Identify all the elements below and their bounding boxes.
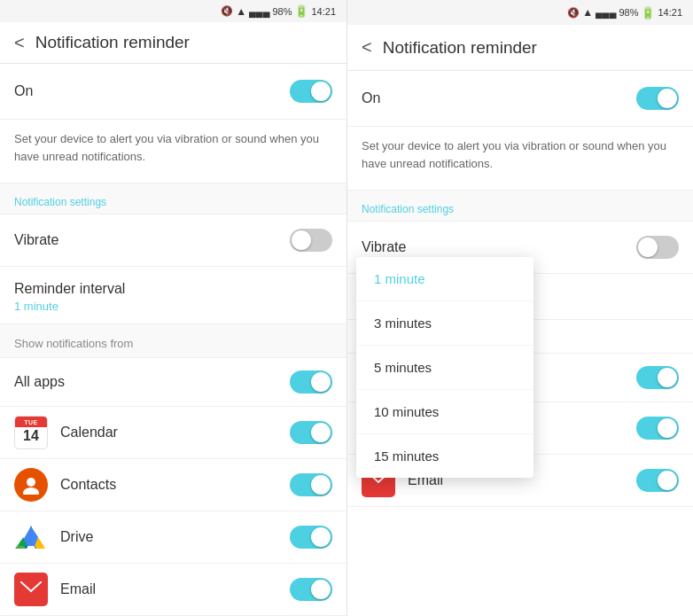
drive-icon-svg: [15, 521, 47, 553]
battery-text-right: 98%: [619, 7, 638, 18]
vibrate-toggle-left[interactable]: [290, 229, 332, 252]
svg-point-1: [23, 487, 39, 495]
on-label-right: On: [362, 90, 380, 106]
drive-icon-left: [14, 520, 48, 554]
app-row-email-left: Email: [0, 564, 346, 616]
status-bar-left: 🔇 ▲ ▄▄▄ 98% 🔋 14:21: [0, 0, 346, 22]
calendar-icon: TUE 14: [14, 416, 48, 449]
drive-toggle-right[interactable]: [636, 417, 679, 440]
contacts-label: Contacts: [60, 477, 290, 493]
dropdown-item-1min[interactable]: 1 minute: [356, 257, 533, 301]
dropdown-item-15min[interactable]: 15 minutes: [356, 434, 533, 478]
header-right: < Notification reminder: [347, 25, 693, 71]
toggle-knob-drive-left: [311, 527, 331, 547]
status-icons-left: 🔇 ▲ ▄▄▄ 98% 🔋 14:21: [221, 4, 336, 18]
time-left: 14:21: [311, 6, 336, 17]
vibrate-row-left: Vibrate: [0, 214, 346, 267]
dropdown-item-10min[interactable]: 10 minutes: [356, 390, 533, 434]
app-row-drive-left: Drive: [0, 511, 346, 564]
mute-icon-right: 🔇: [567, 7, 580, 19]
notif-settings-header-right: Notification settings: [347, 191, 693, 222]
email-svg-left: [20, 581, 42, 597]
toggle-knob-drive-right: [658, 418, 677, 438]
toggle-knob-allapps-right: [658, 368, 677, 387]
battery-text-left: 98%: [272, 6, 292, 17]
on-label-left: On: [14, 83, 33, 99]
time-right: 14:21: [658, 7, 682, 18]
calendar-toggle[interactable]: [290, 421, 332, 444]
reminder-title-left: Reminder interval: [14, 281, 332, 297]
signal-icon-right: ▄▄▄: [596, 7, 616, 18]
app-row-calendar: TUE 14 Calendar: [0, 407, 346, 459]
description-left: Set your device to alert you via vibrati…: [0, 120, 346, 183]
drive-toggle-left[interactable]: [290, 526, 332, 549]
toggle-knob-vibrate-right: [638, 238, 658, 257]
toggle-knob-email-right: [658, 471, 677, 490]
notif-settings-header-left: Notification settings: [0, 183, 346, 214]
all-apps-label-left: All apps: [14, 374, 65, 390]
back-button-right[interactable]: <: [362, 37, 372, 58]
right-panel: 🔇 ▲ ▄▄▄ 98% 🔋 14:21 < Notification remin…: [346, 0, 693, 616]
toggle-knob-contacts: [311, 475, 331, 495]
contacts-icon: [14, 468, 48, 502]
page-title-left: Notification reminder: [35, 33, 190, 52]
toggle-knob-on-left: [311, 82, 331, 101]
reminder-section-left[interactable]: Reminder interval 1 minute: [0, 267, 346, 324]
reminder-value-left: 1 minute: [14, 300, 332, 313]
email-toggle-right[interactable]: [636, 469, 679, 492]
battery-icon-left: 🔋: [294, 4, 308, 18]
email-label-left: Email: [60, 581, 290, 597]
left-panel: 🔇 ▲ ▄▄▄ 98% 🔋 14:21 < Notification remin…: [0, 0, 346, 616]
all-apps-toggle-right[interactable]: [636, 366, 679, 389]
dropdown-item-3min[interactable]: 3 minutes: [356, 301, 533, 346]
dropdown-item-5min[interactable]: 5 minutes: [356, 346, 533, 390]
app-row-contacts: Contacts: [0, 459, 346, 511]
wifi-icon-right: ▲: [582, 6, 593, 19]
on-row-right: On: [347, 71, 693, 127]
email-toggle-left[interactable]: [290, 578, 332, 601]
vibrate-label-right: Vibrate: [362, 239, 406, 255]
contacts-svg: [21, 475, 41, 495]
toggle-knob-email-left: [311, 580, 331, 599]
mute-icon: 🔇: [221, 5, 233, 17]
show-notif-header-left: Show notifications from: [0, 324, 346, 358]
toggle-knob-calendar: [311, 423, 331, 442]
all-apps-row-left: All apps: [0, 358, 346, 407]
description-right: Set your device to alert you via vibrati…: [347, 127, 693, 191]
header-left: < Notification reminder: [0, 22, 346, 64]
toggle-knob-vibrate-left: [292, 230, 311, 250]
wifi-icon: ▲: [236, 5, 246, 18]
drive-label-left: Drive: [60, 529, 290, 545]
vibrate-label-left: Vibrate: [14, 232, 58, 248]
on-row-left: On: [0, 64, 346, 120]
battery-icon-right: 🔋: [641, 6, 655, 19]
vibrate-toggle-right[interactable]: [636, 236, 679, 259]
on-toggle-right[interactable]: [636, 87, 679, 110]
toggle-knob-on-right: [658, 89, 677, 108]
toggle-knob-allapps-left: [311, 372, 331, 392]
back-button-left[interactable]: <: [14, 33, 25, 53]
status-icons-right: 🔇 ▲ ▄▄▄ 98% 🔋 14:21: [567, 6, 682, 19]
svg-point-0: [27, 478, 35, 487]
cal-header: TUE: [15, 417, 47, 427]
calendar-label: Calendar: [60, 425, 290, 441]
email-icon-left: [14, 573, 48, 606]
status-bar-right: 🔇 ▲ ▄▄▄ 98% 🔋 14:21: [347, 0, 693, 25]
signal-icon: ▄▄▄: [249, 6, 269, 17]
contacts-toggle[interactable]: [290, 473, 332, 496]
all-apps-toggle-left[interactable]: [290, 370, 332, 394]
page-title-right: Notification reminder: [383, 38, 537, 58]
on-toggle-left[interactable]: [290, 80, 332, 103]
reminder-dropdown[interactable]: 1 minute 3 minutes 5 minutes 10 minutes …: [356, 257, 533, 478]
cal-date: 14: [23, 429, 39, 443]
